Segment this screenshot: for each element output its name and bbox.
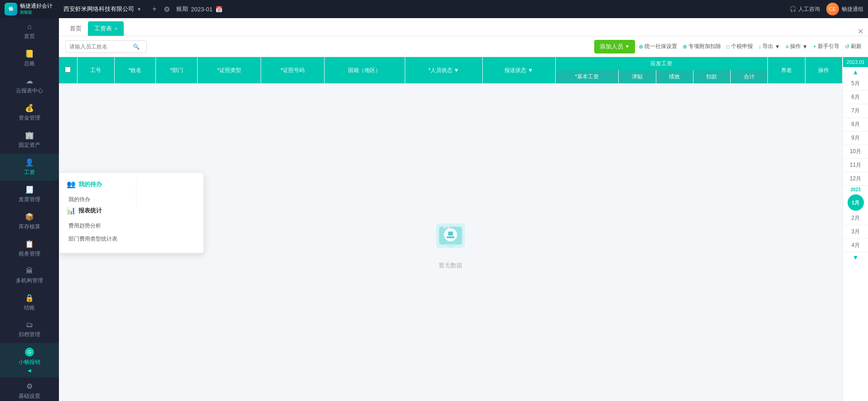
export-btn[interactable]: ↓ 导出 ▼ [758,43,780,50]
operations-icon: ≡ [786,43,789,50]
sidebar-label-closing: 结账 [24,304,35,312]
month-item-3[interactable]: 3月 [843,225,868,239]
sidebar-label-assets: 固定资产 [19,141,40,149]
app-name: 畅捷通好会计 [20,3,53,9]
avatar: CE [826,3,839,15]
special-deduction-btn[interactable]: ⊕ 专项附加扣除 [683,43,721,50]
month-item-9[interactable]: 9月 [843,131,868,145]
add-person-button[interactable]: 添加人员 ▼ [594,40,635,53]
col-id-type: *证照类型 [198,57,261,83]
dropdown-col-right: 📊 报表统计 费用趋势分析 部门费用类型统计表 [67,206,131,246]
sidebar-item-inventory[interactable]: 📦 库存核算 [0,208,59,235]
sidebar-item-archive[interactable]: 🗂 归档管理 [0,316,59,343]
month-item-10[interactable]: 10月 [843,145,868,159]
sidebar-item-tax[interactable]: 📋 税务管理 [0,235,59,262]
month-item-7[interactable]: 7月 [843,104,868,118]
toolbar: 🔍 添加人员 ▼ ⊕ 统一社保设置 ⊕ 专项附加扣除 □ 个税申报 [59,36,868,57]
svg-rect-4 [446,236,455,238]
tab-bar: 首页 工资表 × ✕ [59,18,868,36]
company-name: 西安虾米网络科技有限公司 [63,5,134,13]
sidebar-item-finance[interactable]: 💰 资金管理 [0,99,59,126]
sidebar: ⌂ 首页 📒 总账 ☁ 云报表中心 💰 资金管理 🏢 固定资产 👤 工资 🧾 发… [0,18,59,401]
operations-label: 操作 [790,43,801,50]
social-security-icon: ⊕ [639,43,643,50]
search-input[interactable] [69,43,133,50]
empty-state: 暂无数据 [430,174,471,310]
col-group-salary: 应发工资 [555,57,768,70]
month-item-4[interactable]: 4月 [843,239,868,252]
month-item-1[interactable]: 1月 [848,194,864,211]
calendar-icon[interactable]: 📅 [215,6,223,13]
inventory-icon: 📦 [25,213,34,221]
refresh-btn[interactable]: ↺ 刷新 [845,43,862,50]
settings-button[interactable]: ⚙ [162,3,172,15]
username: 畅捷通组 [842,5,863,13]
col-check[interactable] [59,57,77,83]
tab-close-icon[interactable]: × [115,26,117,31]
close-panel-icon[interactable]: ✕ [858,27,863,36]
tab-home[interactable]: 首页 [63,21,88,36]
sidebar-label-archive: 归档管理 [19,331,40,338]
service-label: 人工咨询 [798,5,820,13]
home-icon: ⌂ [27,23,32,31]
operations-btn[interactable]: ≡ 操作 ▼ [786,43,808,50]
multi-org-icon: 🏛 [26,267,33,275]
tax-report-icon: □ [727,43,730,50]
dropdown-item-expense-trend[interactable]: 费用趋势分析 [67,219,131,232]
dropdown-my-pending-label: 我的待办 [78,180,102,188]
select-all-checkbox[interactable] [65,67,71,72]
app-edition: 旗舰版 [20,10,53,15]
sidebar-item-cloud-reports[interactable]: ☁ 云报表中心 [0,72,59,99]
month-item-12[interactable]: 12月 [843,172,868,186]
reports-icon: 📊 [67,206,76,215]
col-id-num: *证照号码 [261,57,324,83]
guide-btn[interactable]: + 新手引导 [813,43,839,50]
expand-icon: ◀ [28,368,31,373]
tab-salary[interactable]: 工资表 × [88,21,124,36]
dropdown-item-dept-expense[interactable]: 部门费用类型统计表 [67,232,131,246]
special-deduction-label: 专项附加扣除 [689,43,721,50]
sidebar-item-invoice[interactable]: 🧾 发票管理 [0,181,59,208]
month-item-8[interactable]: 8月 [843,118,868,131]
sidebar-item-settings[interactable]: ⚙ 基础设置 [0,377,59,401]
dropdown-item-my-pending[interactable]: 我的待办 [67,193,131,206]
company-selector[interactable]: 西安虾米网络科技有限公司 ▼ [59,5,146,13]
year-2023-label: 2023 [843,186,868,193]
col-report-status: 报送状态 ▼ [482,57,555,83]
month-nav-down[interactable]: ▼ [843,252,868,262]
tax-report-btn[interactable]: □ 个税申报 [727,43,753,50]
refresh-icon: ↺ [845,43,849,50]
archive-icon: 🗂 [26,321,33,329]
chevron-down-icon: ▼ [137,7,141,12]
service-button[interactable]: 🎧 人工咨询 [790,5,820,13]
sidebar-item-multi-org[interactable]: 🏛 多机构管理 [0,262,59,289]
sidebar-item-xiaochang[interactable]: G 小畅报销 ◀ [0,343,59,377]
col-dept: *部门 [156,57,198,83]
sidebar-label-tax: 税务管理 [19,250,40,258]
month-item-2[interactable]: 2月 [843,212,868,225]
month-panel: 2023.01 ▲ 5月 6月 7月 8月 9月 10月 11月 12月 202… [843,57,868,401]
dropdown-section-reports[interactable]: 📊 报表统计 [67,206,131,215]
user-area[interactable]: CE 畅捷通组 [826,3,863,15]
sidebar-label-cloud: 云报表中心 [16,87,43,95]
sidebar-item-ledger[interactable]: 📒 总账 [0,45,59,72]
add-button[interactable]: + [150,3,158,15]
sidebar-item-home[interactable]: ⌂ 首页 [0,18,59,45]
social-security-btn[interactable]: ⊕ 统一社保设置 [639,43,677,50]
period-area: 账期 2023-01 📅 [176,5,223,13]
month-item-6[interactable]: 6月 [843,91,868,104]
month-item-5[interactable]: 5月 [843,77,868,91]
tab-home-label: 首页 [70,24,82,33]
dropdown-section-my-pending[interactable]: 👥 我的待办 [67,180,131,188]
dropdown-reports-label: 报表统计 [78,207,102,215]
dropdown-col-left: 👥 我的待办 我的待办 [67,180,131,206]
export-arrow: ▼ [775,43,780,50]
guide-icon2: + [813,43,816,50]
sidebar-item-closing[interactable]: 🔒 结账 [0,289,59,316]
period-label: 账期 [176,5,188,13]
month-nav-up[interactable]: ▲ [843,67,868,77]
sidebar-item-assets[interactable]: 🏢 固定资产 [0,126,59,154]
month-item-11[interactable]: 11月 [843,159,868,172]
search-icon[interactable]: 🔍 [133,43,140,50]
sidebar-item-salary[interactable]: 👤 工资 [0,154,59,181]
